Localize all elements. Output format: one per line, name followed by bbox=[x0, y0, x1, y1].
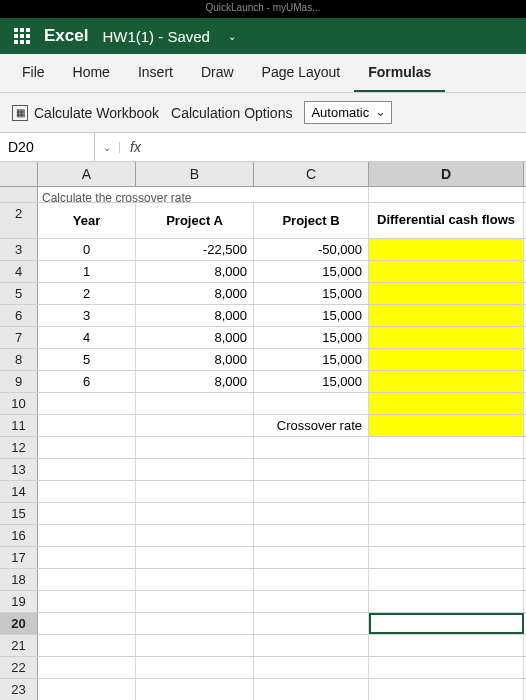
cell[interactable]: -22,500 bbox=[136, 239, 254, 260]
cell[interactable] bbox=[369, 305, 524, 326]
cell[interactable]: 15,000 bbox=[254, 305, 369, 326]
cell[interactable] bbox=[38, 679, 136, 700]
cell[interactable] bbox=[136, 613, 254, 634]
cell[interactable] bbox=[38, 591, 136, 612]
cell[interactable] bbox=[369, 283, 524, 304]
col-header-c[interactable]: C bbox=[254, 162, 369, 186]
row-header[interactable]: 15 bbox=[0, 503, 38, 524]
cell[interactable] bbox=[38, 437, 136, 458]
cell[interactable]: 8,000 bbox=[136, 371, 254, 392]
cell[interactable]: 0 bbox=[38, 239, 136, 260]
row-header[interactable]: 6 bbox=[0, 305, 38, 326]
chevron-down-icon[interactable]: ⌄ bbox=[228, 31, 236, 42]
row-header[interactable]: 11 bbox=[0, 415, 38, 436]
tab-file[interactable]: File bbox=[8, 54, 59, 92]
cell[interactable]: 15,000 bbox=[254, 371, 369, 392]
cell[interactable]: Project B bbox=[254, 203, 369, 238]
tab-draw[interactable]: Draw bbox=[187, 54, 248, 92]
row-header[interactable]: 9 bbox=[0, 371, 38, 392]
cell[interactable] bbox=[38, 569, 136, 590]
row-header[interactable]: 20 bbox=[0, 613, 38, 634]
cell[interactable] bbox=[254, 437, 369, 458]
cell[interactable]: 8,000 bbox=[136, 261, 254, 282]
row-header[interactable]: 5 bbox=[0, 283, 38, 304]
cell[interactable] bbox=[254, 679, 369, 700]
cell[interactable]: -50,000 bbox=[254, 239, 369, 260]
cell[interactable]: 15,000 bbox=[254, 261, 369, 282]
row-header[interactable]: 19 bbox=[0, 591, 38, 612]
row-header[interactable]: 14 bbox=[0, 481, 38, 502]
row-header[interactable]: 10 bbox=[0, 393, 38, 414]
cell[interactable] bbox=[38, 415, 136, 436]
cell[interactable] bbox=[369, 415, 524, 436]
cell[interactable] bbox=[254, 525, 369, 546]
cell[interactable]: 2 bbox=[38, 283, 136, 304]
cell[interactable] bbox=[136, 547, 254, 568]
cell[interactable]: 8,000 bbox=[136, 349, 254, 370]
cell[interactable] bbox=[136, 459, 254, 480]
cell[interactable] bbox=[38, 525, 136, 546]
cell[interactable] bbox=[136, 437, 254, 458]
row-header[interactable]: 21 bbox=[0, 635, 38, 656]
cell[interactable] bbox=[38, 393, 136, 414]
cell[interactable]: 8,000 bbox=[136, 283, 254, 304]
cell[interactable] bbox=[369, 371, 524, 392]
cell[interactable] bbox=[38, 635, 136, 656]
cell[interactable] bbox=[369, 437, 524, 458]
cell[interactable] bbox=[254, 613, 369, 634]
cell[interactable] bbox=[369, 261, 524, 282]
cell[interactable] bbox=[369, 657, 524, 678]
cell[interactable] bbox=[38, 613, 136, 634]
cell[interactable] bbox=[254, 393, 369, 414]
tab-page-layout[interactable]: Page Layout bbox=[248, 54, 355, 92]
cell[interactable] bbox=[254, 547, 369, 568]
app-launcher-icon[interactable] bbox=[14, 28, 30, 44]
cell[interactable] bbox=[254, 591, 369, 612]
cell[interactable]: 6 bbox=[38, 371, 136, 392]
cell[interactable] bbox=[254, 569, 369, 590]
cell[interactable] bbox=[369, 547, 524, 568]
cell[interactable] bbox=[369, 327, 524, 348]
cell[interactable] bbox=[38, 503, 136, 524]
row-header[interactable]: 3 bbox=[0, 239, 38, 260]
cell[interactable] bbox=[254, 657, 369, 678]
row-header[interactable]: 16 bbox=[0, 525, 38, 546]
row-header[interactable]: 22 bbox=[0, 657, 38, 678]
cell[interactable]: 15,000 bbox=[254, 349, 369, 370]
document-name[interactable]: HW1(1) - Saved bbox=[102, 28, 210, 45]
cell[interactable] bbox=[369, 187, 524, 202]
col-header-b[interactable]: B bbox=[136, 162, 254, 186]
tab-insert[interactable]: Insert bbox=[124, 54, 187, 92]
cell[interactable]: 5 bbox=[38, 349, 136, 370]
name-box-chevron-icon[interactable]: ⌄ bbox=[95, 142, 120, 153]
cell[interactable] bbox=[136, 393, 254, 414]
col-header-d[interactable]: D bbox=[369, 162, 524, 186]
select-all-corner[interactable] bbox=[0, 162, 38, 186]
row-header[interactable]: 23 bbox=[0, 679, 38, 700]
cell[interactable] bbox=[38, 657, 136, 678]
tab-formulas[interactable]: Formulas bbox=[354, 54, 445, 92]
cell[interactable] bbox=[254, 503, 369, 524]
cell[interactable] bbox=[136, 591, 254, 612]
cell[interactable]: Project A bbox=[136, 203, 254, 238]
name-box[interactable]: D20 bbox=[0, 133, 95, 161]
calculate-workbook-button[interactable]: ▦ Calculate Workbook bbox=[12, 105, 159, 121]
cell[interactable] bbox=[369, 569, 524, 590]
cell[interactable]: Calculate the crossover rate bbox=[38, 187, 369, 202]
cell[interactable] bbox=[136, 503, 254, 524]
cell[interactable] bbox=[369, 481, 524, 502]
cell[interactable] bbox=[369, 591, 524, 612]
cell[interactable] bbox=[136, 657, 254, 678]
cell[interactable]: Crossover rate bbox=[254, 415, 369, 436]
cell[interactable] bbox=[369, 635, 524, 656]
calculation-mode-select[interactable]: Automatic bbox=[304, 101, 392, 124]
calculation-options-button[interactable]: Calculation Options bbox=[171, 105, 292, 121]
row-header[interactable]: 13 bbox=[0, 459, 38, 480]
row-header[interactable]: 7 bbox=[0, 327, 38, 348]
cell[interactable]: Year bbox=[38, 203, 136, 238]
cell[interactable] bbox=[369, 459, 524, 480]
cell[interactable] bbox=[136, 569, 254, 590]
cell[interactable]: 8,000 bbox=[136, 305, 254, 326]
cell[interactable] bbox=[254, 481, 369, 502]
cell[interactable] bbox=[254, 459, 369, 480]
